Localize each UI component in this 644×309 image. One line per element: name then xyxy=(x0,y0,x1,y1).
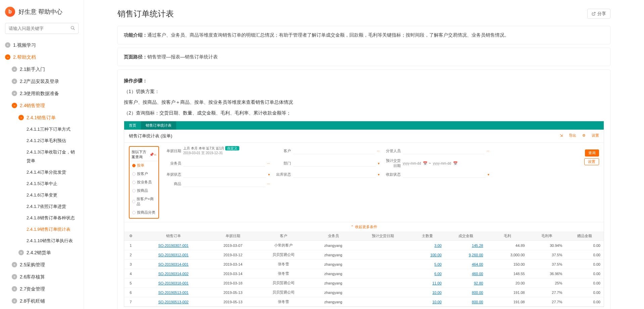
steps-section: 操作步骤： （1）切换方案： 按客户、按商品、按客户＋商品、按单、按业务员等维度… xyxy=(117,70,610,309)
scheme-by-customer: 按客户 xyxy=(130,170,158,178)
table-cell: 25% xyxy=(528,278,566,288)
table-cell: 148.55 xyxy=(487,269,528,278)
path-label: 页面路径： xyxy=(124,54,147,59)
nav-2-9[interactable]: +2.9优惠券管理 xyxy=(12,307,79,309)
nav-2-8[interactable]: +2.8手机旺铺 xyxy=(12,295,79,307)
nav-video[interactable]: +1.视频学习 xyxy=(5,39,79,51)
nav-2-4[interactable]: －2.4销售管理 xyxy=(12,99,79,112)
scheme-by-order: 按单 xyxy=(130,161,158,170)
mock-tabs: 首页 销售订单统计表 xyxy=(124,121,604,130)
filter-customer: 客户 xyxy=(275,148,291,153)
table-cell: zhangyang xyxy=(311,241,356,250)
table-cell: SO-20190307-001 xyxy=(137,241,209,250)
nav-2-7[interactable]: +2.7资金管理 xyxy=(12,283,79,295)
plus-icon: + xyxy=(12,274,17,279)
table-row: 7SO-20190513-0022019-05-13张冬雪zhangyang10… xyxy=(124,297,604,307)
table-cell: zhangyang xyxy=(311,297,356,307)
table-cell: 贝贝贸易公司 xyxy=(256,288,310,297)
table-cell xyxy=(356,269,410,278)
nav-2-4-1-10[interactable]: 2.4.1.10销售订单执行表 xyxy=(27,235,79,247)
table-header: 业务员 xyxy=(311,231,356,241)
table-cell: SO-20190314-001 xyxy=(137,260,209,269)
nav-2-4-1-2[interactable]: 2.4.1.2订单毛利预估 xyxy=(27,135,79,146)
table-cell xyxy=(356,288,410,297)
table-header: 预计交货日期 xyxy=(356,231,410,241)
nav-2-6[interactable]: +2.6库存核算 xyxy=(12,271,79,283)
filter-date-label: 单据日期 xyxy=(165,148,181,153)
table-cell: SO-20190312-001 xyxy=(137,250,209,260)
nav-2-4-1-1[interactable]: 2.4.1.1三种下订单方式 xyxy=(27,124,79,135)
table-cell: 10.00 xyxy=(410,288,445,297)
table-cell: 张冬雪 xyxy=(256,269,310,278)
nav-2-4-1-7[interactable]: 2.4.1.7依照订单进货 xyxy=(27,201,79,212)
table-row: 2SO-20190312-0012019-03-12贝贝贸易公司zhangyan… xyxy=(124,250,604,260)
table-row: 5SO-20190318-0012019-03-18贝贝贸易公司zhangyan… xyxy=(124,278,604,288)
nav-2-4-1-4[interactable]: 2.4.1.4订单分批发货 xyxy=(27,167,79,178)
table-cell: 5 xyxy=(124,278,137,288)
nav-2-4-2[interactable]: +2.4.2销货单 xyxy=(18,247,79,259)
scheme-by-category: 按商品分类 xyxy=(130,208,158,217)
intro-label: 功能介绍： xyxy=(124,32,147,38)
minus-icon: － xyxy=(12,103,17,108)
plus-icon: + xyxy=(12,79,17,84)
table-cell: zhangyang xyxy=(311,250,356,260)
table-cell: zhangyang xyxy=(311,269,356,278)
search-icon[interactable] xyxy=(70,26,75,31)
table-cell: 贝贝贸易公司 xyxy=(256,250,310,260)
plus-icon: + xyxy=(12,262,17,267)
nav-2-3[interactable]: +2.3使用前数据准备 xyxy=(12,87,79,99)
nav-2-4-1-3[interactable]: 2.4.1.3订单收取订金，销货单 xyxy=(27,146,79,167)
table-header: 成交金额 xyxy=(445,231,487,241)
table-cell: 37.5% xyxy=(528,250,566,260)
table-cell: zhangyang xyxy=(311,278,356,288)
table-cell: 2019-03-14 xyxy=(209,260,256,269)
table-cell: 36.96% xyxy=(528,269,566,278)
mock-title: 销售订单统计表 (按单) xyxy=(129,133,172,139)
table-cell: 464.00 xyxy=(445,260,487,269)
nav-2-4-1-9[interactable]: 2.4.1.9销售订单统计表 xyxy=(27,224,79,235)
logo[interactable]: b 好生意 帮助中心 xyxy=(5,7,79,17)
table-cell: 27.7% xyxy=(528,288,566,297)
table-cell: 0.00 xyxy=(566,297,604,307)
table-row: 6SO-20190513-0012019-05-13贝贝贸易公司zhangyan… xyxy=(124,288,604,297)
table-cell: 460.00 xyxy=(445,269,487,278)
table-cell: 4 xyxy=(124,269,137,278)
table-cell: 2019-03-14 xyxy=(209,269,256,278)
table-cell: 27.7% xyxy=(528,297,566,307)
table-cell: 1 xyxy=(124,241,137,250)
nav-2-4-1[interactable]: －2.4.1销售订单 xyxy=(18,112,79,124)
collapse-bar: ⌃ 收起更多条件 xyxy=(124,222,604,231)
nav-2-5[interactable]: +2.5采购管理 xyxy=(12,259,79,271)
table-cell: 100.00 xyxy=(410,250,445,260)
nav-2-4-1-5[interactable]: 2.4.1.5订单中止 xyxy=(27,178,79,189)
table-cell: 37.5% xyxy=(528,260,566,269)
table-cell: 30.94% xyxy=(528,241,566,250)
path-panel: 页面路径：销售管理—报表—销售订单统计表 xyxy=(117,48,610,66)
table-cell: 150.00 xyxy=(487,260,528,269)
nav-tree: +1.视频学习 －2.帮助文档 +2.1新手入门 +2.2产品安装及登录 +2.… xyxy=(5,39,79,309)
nav-2-1[interactable]: +2.1新手入门 xyxy=(12,63,79,75)
share-button[interactable]: 分享 xyxy=(587,9,610,19)
filter-status: 单据状态 xyxy=(165,172,181,177)
mock-search-btn: 查询 xyxy=(585,149,599,157)
table-header: 毛利 xyxy=(487,231,528,241)
table-cell: 92.80 xyxy=(445,278,487,288)
table-cell: 191.08 xyxy=(487,288,528,297)
table-header: 毛利率 xyxy=(528,231,566,241)
nav-help-docs[interactable]: －2.帮助文档 xyxy=(5,51,79,63)
table-cell: 2019-03-12 xyxy=(209,250,256,260)
table-cell: 2019-03-18 xyxy=(209,278,256,288)
table-cell: 7 xyxy=(124,297,137,307)
step-2: （2）查询指标：交货日期、数量、成交金额、毛利、毛利率、累计收款金额等； xyxy=(124,108,604,118)
nav-2-2[interactable]: +2.2产品安装及登录 xyxy=(12,75,79,87)
intro-panel: 功能介绍：通过客户、业务员、商品等维度查询销售订单的明细汇总情况；有助于管理者了… xyxy=(117,26,610,44)
steps-label: 操作步骤： xyxy=(124,76,604,85)
nav-2-4-1-6[interactable]: 2.4.1.6订单变更 xyxy=(27,189,79,201)
table-header: 客户 xyxy=(256,231,310,241)
table-cell: 3,000.00 xyxy=(487,250,528,260)
table-cell: 0.00 xyxy=(566,278,604,288)
search-input[interactable] xyxy=(5,23,79,34)
plus-icon: + xyxy=(12,91,17,96)
table-cell xyxy=(356,260,410,269)
nav-2-4-1-8[interactable]: 2.4.1.8销售订单各种状态 xyxy=(27,212,79,224)
